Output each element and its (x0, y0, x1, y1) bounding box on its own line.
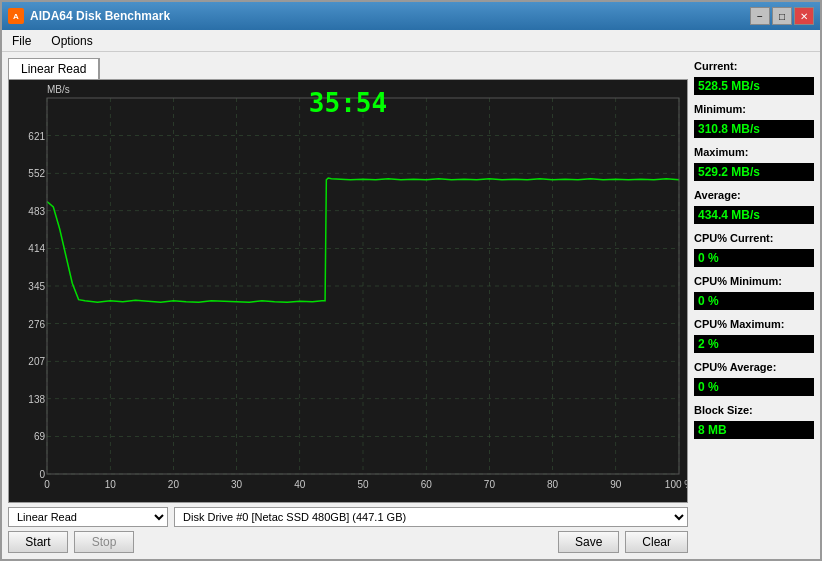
cpu-current-label: CPU% Current: (694, 232, 814, 244)
file-menu[interactable]: File (6, 33, 37, 49)
cpu-average-value: 0 % (694, 378, 814, 396)
menu-bar: File Options (2, 30, 820, 52)
maximum-value: 529.2 MB/s (694, 163, 814, 181)
minimum-value: 310.8 MB/s (694, 120, 814, 138)
chart-container: 35:54 (8, 79, 688, 503)
block-size-label: Block Size: (694, 404, 814, 416)
chart-canvas (9, 80, 687, 502)
minimum-label: Minimum: (694, 103, 814, 115)
title-bar-left: A AIDA64 Disk Benchmark (8, 8, 170, 24)
app-icon: A (8, 8, 24, 24)
window-title: AIDA64 Disk Benchmark (30, 9, 170, 23)
average-label: Average: (694, 189, 814, 201)
cpu-current-value: 0 % (694, 249, 814, 267)
block-size-value: 8 MB (694, 421, 814, 439)
dropdown-row: Linear Read Random Read Random Write Rea… (8, 507, 688, 527)
start-button[interactable]: Start (8, 531, 68, 553)
cpu-minimum-value: 0 % (694, 292, 814, 310)
tab-linear-read[interactable]: Linear Read (9, 59, 99, 79)
content-area: Linear Read 35:54 Linear Read Random Rea… (2, 52, 820, 559)
right-panel: Current: 528.5 MB/s Minimum: 310.8 MB/s … (694, 58, 814, 553)
cpu-maximum-label: CPU% Maximum: (694, 318, 814, 330)
average-value: 434.4 MB/s (694, 206, 814, 224)
left-panel: Linear Read 35:54 Linear Read Random Rea… (8, 58, 688, 553)
bottom-controls: Linear Read Random Read Random Write Rea… (8, 507, 688, 553)
options-menu[interactable]: Options (45, 33, 98, 49)
close-button[interactable]: ✕ (794, 7, 814, 25)
save-button[interactable]: Save (558, 531, 619, 553)
clear-button[interactable]: Clear (625, 531, 688, 553)
test-type-select[interactable]: Linear Read Random Read Random Write Rea… (8, 507, 168, 527)
current-label: Current: (694, 60, 814, 72)
cpu-maximum-value: 2 % (694, 335, 814, 353)
main-window: A AIDA64 Disk Benchmark − □ ✕ File Optio… (0, 0, 822, 561)
drive-select[interactable]: Disk Drive #0 [Netac SSD 480GB] (447.1 G… (174, 507, 688, 527)
button-row: Start Stop Save Clear (8, 531, 688, 553)
title-controls: − □ ✕ (750, 7, 814, 25)
current-value: 528.5 MB/s (694, 77, 814, 95)
timer-display: 35:54 (309, 88, 387, 118)
stop-button[interactable]: Stop (74, 531, 134, 553)
tab-bar: Linear Read (8, 58, 100, 79)
cpu-average-label: CPU% Average: (694, 361, 814, 373)
restore-button[interactable]: □ (772, 7, 792, 25)
minimize-button[interactable]: − (750, 7, 770, 25)
cpu-minimum-label: CPU% Minimum: (694, 275, 814, 287)
title-bar: A AIDA64 Disk Benchmark − □ ✕ (2, 2, 820, 30)
maximum-label: Maximum: (694, 146, 814, 158)
